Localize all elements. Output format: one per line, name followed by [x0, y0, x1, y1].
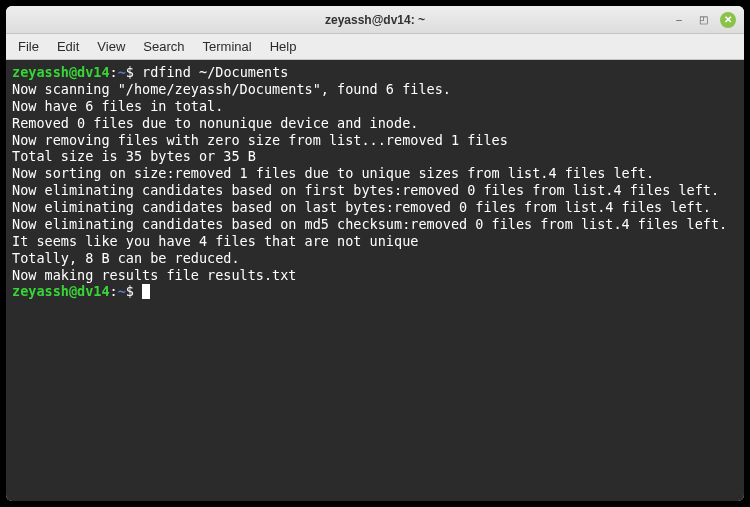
cursor [142, 284, 150, 299]
prompt-colon: : [110, 283, 118, 299]
output-line: Now eliminating candidates based on last… [12, 199, 711, 215]
output-line: Now making results file results.txt [12, 267, 296, 283]
titlebar: zeyassh@dv14: ~ – ◰ ✕ [6, 6, 744, 34]
menu-search[interactable]: Search [143, 39, 184, 54]
menubar: File Edit View Search Terminal Help [6, 34, 744, 60]
output-line: Now removing files with zero size from l… [12, 132, 508, 148]
typed-command: rdfind ~/Documents [142, 64, 288, 80]
terminal-window: zeyassh@dv14: ~ – ◰ ✕ File Edit View Sea… [6, 6, 744, 501]
menu-terminal[interactable]: Terminal [203, 39, 252, 54]
output-line: It seems like you have 4 files that are … [12, 233, 418, 249]
menu-help[interactable]: Help [270, 39, 297, 54]
output-line: Now have 6 files in total. [12, 98, 223, 114]
menu-file[interactable]: File [18, 39, 39, 54]
terminal-output[interactable]: zeyassh@dv14:~$ rdfind ~/Documents Now s… [6, 60, 744, 501]
close-icon[interactable]: ✕ [720, 12, 736, 28]
prompt-dollar: $ [126, 64, 134, 80]
output-line: Now scanning "/home/zeyassh/Documents", … [12, 81, 451, 97]
output-line: Now eliminating candidates based on md5 … [12, 216, 727, 232]
minimize-icon[interactable]: – [672, 13, 686, 27]
output-line: Now sorting on size:removed 1 files due … [12, 165, 654, 181]
prompt-user-host: zeyassh@dv14 [12, 283, 110, 299]
menu-view[interactable]: View [97, 39, 125, 54]
window-title: zeyassh@dv14: ~ [325, 13, 425, 27]
output-line: Totally, 8 B can be reduced. [12, 250, 240, 266]
output-line: Removed 0 files due to nonunique device … [12, 115, 418, 131]
prompt-user-host: zeyassh@dv14 [12, 64, 110, 80]
maximize-icon[interactable]: ◰ [696, 13, 710, 27]
output-line: Total size is 35 bytes or 35 B [12, 148, 256, 164]
prompt-path: ~ [118, 64, 126, 80]
prompt-dollar: $ [126, 283, 134, 299]
window-controls: – ◰ ✕ [672, 12, 736, 28]
menu-edit[interactable]: Edit [57, 39, 79, 54]
prompt-path: ~ [118, 283, 126, 299]
output-line: Now eliminating candidates based on firs… [12, 182, 719, 198]
prompt-colon: : [110, 64, 118, 80]
